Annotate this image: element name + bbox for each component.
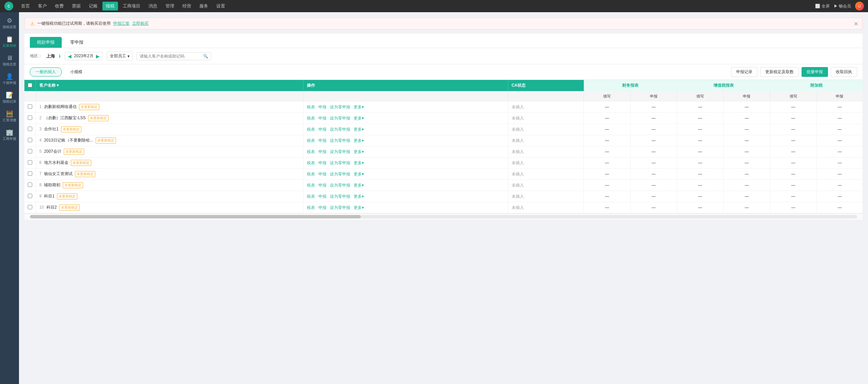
client-name-8[interactable]: 科目1 [44,194,55,198]
sidebar-item-annual-report[interactable]: 🏢 工商年报 [0,127,19,144]
sub-tab-small[interactable]: 小规模 [64,67,88,77]
row-check-5[interactable] [28,160,32,165]
row-check-9[interactable] [28,205,32,209]
scrollbar-track[interactable] [30,215,857,218]
op-more-7[interactable]: 更多▾ [354,183,364,188]
sidebar-item-tax-settings[interactable]: ⚙ 报税设置 [0,15,19,32]
op-taxform-8[interactable]: 税表 [307,194,315,199]
row-check-1[interactable] [28,115,32,120]
op-declare-7[interactable]: 申报 [318,183,327,188]
nav-invoice[interactable]: 票据 [68,2,84,10]
row-checkbox-7[interactable] [24,180,36,191]
nav-manage[interactable]: 管理 [162,2,178,10]
sub-tab-general[interactable]: 一般的税人 [30,67,62,77]
op-declare-9[interactable]: 申报 [318,205,327,210]
staff-selector[interactable]: 全部员工 ▾ [107,51,133,61]
op-taxform-3[interactable]: 税表 [307,138,315,143]
op-declare-1[interactable]: 申报 [318,116,327,121]
sidebar-item-tax-records[interactable]: 📝 报税记录 [0,89,19,107]
row-checkbox-5[interactable] [24,157,36,169]
op-declare-5[interactable]: 申报 [318,161,327,165]
row-check-2[interactable] [28,127,32,131]
banner-link-buy[interactable]: 立即购买 [132,21,149,26]
fullscreen-btn[interactable]: ⬜ 全屏 [815,3,829,9]
op-declare-8[interactable]: 申报 [318,194,327,199]
tab-zero-declaration[interactable]: 零申报 [63,37,91,48]
op-taxform-7[interactable]: 税表 [307,183,315,188]
op-zero-9[interactable]: 设为零申报 [330,205,350,210]
horizontal-scrollbar[interactable] [24,213,863,220]
scrollbar-thumb[interactable] [30,215,361,218]
op-taxform-1[interactable]: 税表 [307,116,315,121]
row-checkbox-6[interactable] [24,169,36,180]
op-zero-7[interactable]: 设为零申报 [330,183,350,188]
sidebar-item-batch-tax[interactable]: 📋 批量报税 [0,34,19,51]
nav-message[interactable]: 消息 [145,2,161,10]
op-zero-5[interactable]: 设为零申报 [330,161,350,165]
op-declare-3[interactable]: 申报 [318,138,327,143]
op-zero-1[interactable]: 设为零申报 [330,116,350,121]
row-check-8[interactable] [28,194,32,198]
banner-link-report[interactable]: 申报汇签 [113,21,130,26]
client-name-7[interactable]: 辅助期初 [44,183,60,187]
op-more-5[interactable]: 更多▾ [354,161,364,165]
op-taxform-5[interactable]: 税表 [307,161,315,165]
nav-billing[interactable]: 收费 [52,2,67,10]
op-taxform-2[interactable]: 税表 [307,127,315,132]
row-check-6[interactable] [28,171,32,176]
btn-update-tax[interactable]: 更新税定及取数 [760,67,799,77]
logo[interactable]: C [4,1,14,11]
nav-service[interactable]: 服务 [196,2,212,10]
nav-bookkeeping[interactable]: 记账 [85,2,101,10]
op-declare-6[interactable]: 申报 [318,172,327,176]
next-month-arrow[interactable]: ▶ [96,54,100,59]
sidebar-item-personal-tax[interactable]: 👤 个税申报 [0,71,19,88]
op-zero-3[interactable]: 设为零申报 [330,138,350,143]
op-declare-0[interactable]: 申报 [318,105,327,109]
nav-settings[interactable]: 设置 [213,2,229,10]
row-check-7[interactable] [28,183,32,187]
op-more-9[interactable]: 更多▾ [354,205,364,210]
row-checkbox-0[interactable] [24,102,36,113]
op-more-8[interactable]: 更多▾ [354,194,364,199]
prev-month-arrow[interactable]: ◀ [68,54,72,59]
op-more-6[interactable]: 更多▾ [354,172,364,176]
op-declare-2[interactable]: 申报 [318,127,327,132]
sidebar-item-tax-overview[interactable]: 🖥 报税总览 [0,52,19,69]
nav-home[interactable]: 首页 [18,2,33,10]
client-name-2[interactable]: 合作社1 [44,127,59,131]
op-zero-4[interactable]: 设为零申报 [330,149,350,154]
op-taxform-9[interactable]: 税表 [307,205,315,210]
row-checkbox-4[interactable] [24,146,36,157]
row-checkbox-3[interactable] [24,135,36,146]
client-name-4[interactable]: 2007会计 [44,149,61,154]
client-name-0[interactable]: 勿删新税网络通信 [44,104,77,109]
select-all-checkbox[interactable] [28,83,32,87]
btn-batch-declare[interactable]: 批量申报 [802,67,828,77]
vip-btn[interactable]: ▶ 畅会员 [834,3,851,9]
btn-declaration-records[interactable]: 申报记录 [731,67,757,77]
row-checkbox-9[interactable] [24,202,36,213]
tab-tax-declaration[interactable]: 税款申报 [30,37,62,48]
op-more-3[interactable]: 更多▾ [354,138,364,143]
banner-close-icon[interactable]: ✕ [854,20,858,27]
op-taxform-4[interactable]: 税表 [307,149,315,154]
nav-business[interactable]: 工商项目 [119,2,144,10]
row-checkbox-1[interactable] [24,113,36,124]
op-more-2[interactable]: 更多▾ [354,127,364,132]
client-name-1[interactable]: （勿删）江西酸宝-LSS [44,115,86,120]
nav-operations[interactable]: 经营 [179,2,195,10]
row-check-3[interactable] [28,138,32,142]
op-more-4[interactable]: 更多▾ [354,149,364,154]
search-input[interactable] [140,54,201,59]
op-declare-4[interactable]: 申报 [318,149,327,154]
info-icon[interactable]: ℹ [59,54,61,59]
row-checkbox-8[interactable] [24,191,36,202]
op-zero-8[interactable]: 设为零申报 [330,194,350,199]
avatar[interactable]: U [855,2,864,10]
nav-tax[interactable]: 报税 [102,2,118,10]
client-name-9[interactable]: 科目2 [46,205,57,210]
row-checkbox-2[interactable] [24,124,36,135]
op-taxform-0[interactable]: 税表 [307,105,315,109]
client-name-5[interactable]: 地方水利基金 [44,160,68,165]
